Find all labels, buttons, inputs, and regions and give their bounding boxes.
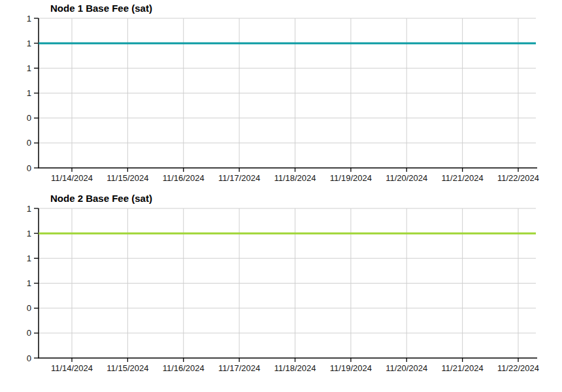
x-tick-label: 11/21/2024 [442, 173, 484, 183]
y-tick-label: 1 [27, 229, 31, 238]
x-tick-label: 11/18/2024 [274, 173, 316, 183]
chart-plot-node-1: 000111111/14/202411/15/202411/16/202411/… [27, 14, 539, 184]
y-tick-label: 1 [27, 278, 31, 288]
x-tick-label: 11/14/2024 [51, 363, 93, 373]
x-tick-label: 11/19/2024 [330, 173, 372, 183]
y-tick-label: 1 [27, 253, 31, 263]
y-tick-label: 0 [27, 353, 31, 363]
x-tick-label: 11/14/2024 [51, 173, 93, 183]
y-tick-label: 1 [27, 39, 31, 48]
x-tick-label: 11/22/2024 [497, 173, 539, 183]
y-tick-label: 0 [27, 303, 31, 313]
x-tick-label: 11/22/2024 [497, 363, 539, 373]
charts-canvas: 000111111/14/202411/15/202411/16/202411/… [0, 0, 562, 392]
y-tick-label: 1 [27, 14, 31, 24]
y-tick-label: 0 [27, 138, 31, 148]
x-tick-label: 11/17/2024 [218, 363, 260, 373]
y-tick-label: 1 [27, 88, 31, 98]
y-tick-label: 1 [27, 63, 31, 73]
y-tick-label: 0 [27, 113, 31, 123]
x-tick-label: 11/15/2024 [107, 173, 148, 183]
x-tick-label: 11/16/2024 [163, 363, 205, 373]
x-tick-label: 11/20/2024 [386, 173, 427, 183]
chart-plot-node-2: 000111111/14/202411/15/202411/16/202411/… [27, 204, 539, 374]
x-tick-label: 11/17/2024 [218, 173, 260, 183]
y-tick-label: 0 [27, 163, 31, 173]
y-tick-label: 1 [27, 204, 31, 214]
y-tick-label: 0 [27, 328, 31, 338]
x-tick-label: 11/19/2024 [330, 363, 372, 373]
x-tick-label: 11/15/2024 [107, 363, 148, 373]
x-tick-label: 11/21/2024 [442, 363, 484, 373]
x-tick-label: 11/18/2024 [274, 363, 316, 373]
x-tick-label: 11/16/2024 [163, 173, 205, 183]
x-tick-label: 11/20/2024 [386, 363, 427, 373]
